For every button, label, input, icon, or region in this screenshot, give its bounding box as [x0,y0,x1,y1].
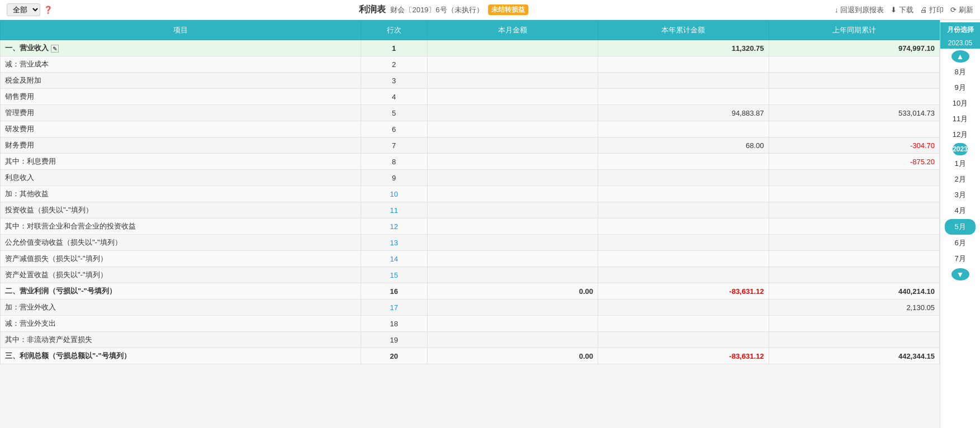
row-item-name: 减：营业成本 [1,56,361,73]
row-prev-amount: -875.20 [769,154,940,170]
table-row: 管理费用594,883.87533,014.73 [1,105,940,121]
row-item-name: 资产减值损失（损失以"-"填列） [1,251,361,267]
row-year-amount: -83,631.12 [598,283,769,299]
row-item-name: 研发费用 [1,121,361,137]
row-item-name: 加：营业外收入 [1,299,361,316]
row-item-name: 其中：利息费用 [1,154,361,170]
row-prev-amount [769,267,940,283]
sidebar-month-12[interactable]: 12月 [940,127,980,142]
table-row: 财务费用768.00-304.70 [1,137,940,154]
row-year-amount [598,251,769,267]
help-icon[interactable]: ❓ [44,6,53,14]
row-seq[interactable]: 10 [361,186,427,202]
sidebar-month-9[interactable]: 9月 [940,80,980,96]
row-year-amount [598,73,769,89]
back-button[interactable]: ↓ 回退到原报表 [835,5,884,15]
table-row: 其中：非流动资产处置损失19 [1,332,940,348]
table-row: 其中：对联营企业和合营企业的投资收益12 [1,218,940,235]
row-seq: 9 [361,170,427,186]
sidebar-month-8[interactable]: 8月 [940,64,980,80]
sidebar-down-btn[interactable]: ▼ [951,268,969,280]
row-year-amount: -83,631.12 [598,348,769,364]
row-seq: 8 [361,154,427,170]
sidebar-month-2[interactable]: 2月 [940,172,980,187]
row-month-amount [427,316,598,332]
row-item-name: 资产处置收益（损失以"-"填列） [1,267,361,283]
row-seq: 6 [361,121,427,137]
row-item-name: 利息收入 [1,170,361,186]
refresh-button[interactable]: ⟳ 刷新 [950,5,973,15]
table-row: 利息收入9 [1,170,940,186]
sidebar-month-4[interactable]: 4月 [940,203,980,218]
scope-dropdown[interactable]: 全部 [7,3,40,16]
sidebar-month-11[interactable]: 11月 [940,111,980,127]
col-header-month: 本月金额 [427,21,598,40]
row-year-amount [598,154,769,170]
table-row: 其中：利息费用8-875.20 [1,154,940,170]
row-month-amount [427,235,598,251]
sidebar-up-btn[interactable]: ▲ [951,50,969,63]
table-row: 销售费用4 [1,89,940,105]
sidebar-year-label[interactable]: 2023 [953,143,968,155]
row-seq: 16 [361,283,427,299]
row-month-amount: 0.00 [427,348,598,364]
print-button[interactable]: 🖨 打印 [920,5,944,15]
sidebar-month-5[interactable]: 5月 [945,219,976,235]
profit-table: 项目 行次 本月金额 本年累计金额 上年同期累计 一、营业收入✎111,320.… [0,20,940,364]
row-seq[interactable]: 17 [361,299,427,316]
table-header-row: 项目 行次 本月金额 本年累计金额 上年同期累计 [1,21,940,40]
row-prev-amount [769,235,940,251]
row-prev-amount: 442,344.15 [769,348,940,364]
row-month-amount [427,332,598,348]
row-month-amount: 0.00 [427,283,598,299]
row-seq[interactable]: 11 [361,202,427,218]
sidebar-month-6[interactable]: 6月 [940,235,980,251]
sidebar-month-1[interactable]: 1月 [940,156,980,172]
row-year-amount [598,89,769,105]
top-bar-actions: ↓ 回退到原报表 ⬇ 下载 🖨 打印 ⟳ 刷新 [835,5,973,15]
row-seq: 18 [361,316,427,332]
row-item-name: 加：其他收益 [1,186,361,202]
row-month-amount [427,40,598,56]
sidebar-month-3[interactable]: 3月 [940,187,980,203]
table-row: 税金及附加3 [1,73,940,89]
row-seq: 2 [361,56,427,73]
edit-icon[interactable]: ✎ [51,45,59,53]
table-row: 资产处置收益（损失以"-"填列）15 [1,267,940,283]
row-month-amount [427,137,598,154]
table-row: 加：其他收益10 [1,186,940,202]
row-seq[interactable]: 15 [361,267,427,283]
row-year-amount [598,121,769,137]
row-prev-amount: 974,997.10 [769,40,940,56]
top-bar: 全部 ❓ 利润表 财会〔2019〕6号（未执行） 未结转损益 ↓ 回退到原报表 … [0,0,980,20]
row-prev-amount [769,251,940,267]
row-seq: 4 [361,89,427,105]
row-prev-amount: -304.70 [769,137,940,154]
row-seq: 5 [361,105,427,121]
row-seq[interactable]: 14 [361,251,427,267]
row-month-amount [427,218,598,235]
status-badge[interactable]: 未结转损益 [488,4,528,15]
row-prev-amount [769,186,940,202]
row-year-amount [598,316,769,332]
row-month-amount [427,186,598,202]
row-month-amount [427,251,598,267]
row-item-name: 三、利润总额（亏损总额以"-"号填列） [1,348,361,364]
row-prev-amount: 440,214.10 [769,283,940,299]
row-month-amount [427,56,598,73]
top-bar-center: 利润表 财会〔2019〕6号（未执行） 未结转损益 [359,4,528,16]
row-year-amount: 68.00 [598,137,769,154]
sidebar-current-year: 2023.05 [940,37,980,49]
row-year-amount [598,202,769,218]
table-row: 三、利润总额（亏损总额以"-"号填列）200.00-83,631.12442,3… [1,348,940,364]
row-item-name: 财务费用 [1,137,361,154]
download-button[interactable]: ⬇ 下载 [891,5,913,15]
table-row: 研发费用6 [1,121,940,137]
row-seq[interactable]: 12 [361,218,427,235]
table-row: 一、营业收入✎111,320.75974,997.10 [1,40,940,56]
row-seq[interactable]: 13 [361,235,427,251]
sidebar-month-7[interactable]: 7月 [940,251,980,267]
sidebar-month-10[interactable]: 10月 [940,96,980,111]
row-prev-amount [769,89,940,105]
row-prev-amount: 2,130.05 [769,299,940,316]
